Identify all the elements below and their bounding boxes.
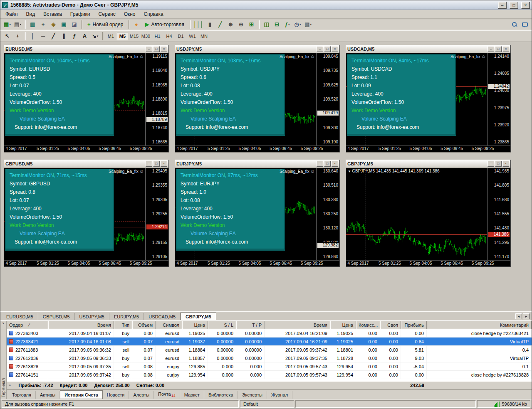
chart-close-button[interactable]: × <box>502 46 509 52</box>
chart-window-titlebar[interactable]: USDJPY,M5–□× <box>175 45 339 53</box>
chart-tab-usdcad[interactable]: USDCAD,M5 <box>144 313 181 320</box>
chart-window-titlebar[interactable]: GBPUSD,M5–□× <box>4 160 168 168</box>
chart-restore-button[interactable]: □ <box>324 161 331 167</box>
chat-icon[interactable] <box>520 20 530 29</box>
history-row-227613828[interactable]: 2276138282017.09.05 09:37:35sell0.08eurj… <box>7 362 532 371</box>
indicators-icon[interactable]: ƒ▾ <box>282 20 292 29</box>
chart-minimize-button[interactable]: – <box>487 46 494 52</box>
horizontal-line-icon[interactable]: ─ <box>38 32 48 41</box>
chart-window-titlebar[interactable]: GBPJPY,M5–□× <box>346 160 510 168</box>
menu-window[interactable]: Окно <box>120 10 140 18</box>
timeframe-d1-button[interactable]: D1 <box>175 32 186 40</box>
status-profile[interactable]: Default <box>240 400 294 408</box>
terminal-tab-alerts[interactable]: Алерты <box>129 391 154 399</box>
vertical-line-icon[interactable]: │ <box>28 32 37 41</box>
chart-plot-eurusd[interactable]: TerminalMonitor ON, 104ms, ~16msSymbol: … <box>4 53 145 145</box>
timeframe-m15-button[interactable]: M15 <box>129 32 140 40</box>
menu-help[interactable]: Справка <box>140 10 168 18</box>
new-order-button[interactable]: +Новый ордер <box>84 20 126 29</box>
terminal-tab-experts[interactable]: Эксперты <box>238 391 267 399</box>
zoom-in-icon[interactable]: ⊕ <box>226 20 235 29</box>
cursor-icon[interactable]: ↖ <box>2 32 12 41</box>
column-header-3[interactable]: Объем <box>132 321 156 329</box>
column-header-1[interactable]: Время <box>48 321 114 329</box>
chart-minimize-button[interactable]: – <box>317 46 323 52</box>
history-row-227614151[interactable]: 2276141512017.09.05 09:37:42buy0.08eurjp… <box>7 371 532 379</box>
search-icon[interactable] <box>510 20 519 29</box>
chart-close-button[interactable]: × <box>161 161 167 167</box>
bar-chart-icon[interactable]: │││ <box>193 20 204 29</box>
chart-window-titlebar[interactable]: EURUSD,M5–□× <box>4 45 168 53</box>
terminal-panel-icon[interactable]: ▣ <box>59 20 69 29</box>
chart-window-titlebar[interactable]: EURJPY,M5–□× <box>175 160 339 168</box>
terminal-tab-account-history[interactable]: История Счета <box>60 390 103 399</box>
profiles-icon[interactable]: ▤▾ <box>13 20 22 29</box>
chart-window-titlebar[interactable]: USDCAD,M5–□× <box>346 45 510 53</box>
chart-plot-gbpusd[interactable]: TerminalMonitor ON, 71ms, ~15msSymbol: G… <box>4 168 145 260</box>
price-chart-canvas[interactable] <box>346 168 487 260</box>
cascade-windows-icon[interactable]: ◫ <box>262 20 271 29</box>
column-header-5[interactable]: Цена <box>182 321 208 329</box>
tile-windows-icon[interactable]: ⊞ <box>247 20 256 29</box>
minimize-button[interactable]: – <box>498 2 507 9</box>
strategy-tester-icon[interactable]: ◪ <box>69 20 79 29</box>
terminal-tab-news[interactable]: Новости <box>103 391 129 399</box>
auto-trading-button[interactable]: ▶Авто-торговля <box>142 20 187 29</box>
chart-restore-button[interactable]: □ <box>495 161 502 167</box>
column-header-2[interactable]: Тип <box>114 321 132 329</box>
chart-close-button[interactable]: × <box>502 161 509 167</box>
menu-file[interactable]: Файл <box>1 10 22 18</box>
timeframe-m30-button[interactable]: M30 <box>140 32 151 40</box>
arrows-object-icon[interactable]: ↘▾ <box>90 32 100 41</box>
zoom-out-icon[interactable]: ⊖ <box>236 20 246 29</box>
menu-view[interactable]: Вид <box>22 10 40 18</box>
timeframe-mn-button[interactable]: MN <box>198 32 210 40</box>
periods-icon[interactable]: ◷▾ <box>293 20 302 29</box>
chart-tab-eurusd[interactable]: EURUSD,M5 <box>2 313 38 320</box>
terminal-tab-assets[interactable]: Активы <box>36 391 60 399</box>
candlestick-chart-icon[interactable]: ▮ <box>205 20 215 29</box>
menu-insert[interactable]: Вставка <box>39 10 66 18</box>
chart-restore-button[interactable]: □ <box>495 46 502 52</box>
new-chart-icon[interactable]: ▦▾ <box>2 20 12 29</box>
chart-minimize-button[interactable]: – <box>317 161 323 167</box>
column-header-11[interactable]: Своп <box>380 321 401 329</box>
chart-restore-button[interactable]: □ <box>153 161 160 167</box>
chart-tab-eurjpy[interactable]: EURJPY,M5 <box>109 313 144 320</box>
chart-minimize-button[interactable]: – <box>146 46 152 52</box>
fibonacci-icon[interactable]: ƒ <box>69 32 79 41</box>
column-header-12[interactable]: Прибыль <box>401 321 427 329</box>
chart-plot-usdjpy[interactable]: TerminalMonitor ON, 103ms, ~16msSymbol: … <box>175 53 316 145</box>
timeframe-h1-button[interactable]: H1 <box>152 32 163 40</box>
trendline-icon[interactable]: ╱ <box>49 32 58 41</box>
chart-restore-button[interactable]: □ <box>153 46 160 52</box>
terminal-close-icon[interactable]: × <box>2 321 4 325</box>
chart-plot-usdcad[interactable]: TerminalMonitor ON, 84ms, ~17msSymbol: U… <box>346 53 487 145</box>
equidistant-channel-icon[interactable]: ∥ <box>59 32 69 41</box>
templates-icon[interactable]: ▧▾ <box>303 20 313 29</box>
terminal-tab-mailbox[interactable]: Почта14 <box>154 390 180 399</box>
tab-scroll-right-icon[interactable]: ▸ <box>523 313 530 319</box>
tab-scroll-left-icon[interactable]: ◂ <box>515 313 522 319</box>
timeframe-h4-button[interactable]: H4 <box>163 32 175 40</box>
data-window-icon[interactable]: + <box>38 20 48 29</box>
chart-close-button[interactable]: × <box>161 46 167 52</box>
column-header-13[interactable]: Комментарий <box>427 321 532 329</box>
chart-restore-button[interactable]: □ <box>324 46 331 52</box>
chart-tab-gbpusd[interactable]: GBPUSD,M5 <box>38 313 75 320</box>
chart-tab-gbpjpy[interactable]: GBPJPY,M5 <box>181 312 216 320</box>
column-header-6[interactable]: S / L <box>208 321 236 329</box>
chart-minimize-button[interactable]: – <box>487 161 494 167</box>
history-row-227612036[interactable]: 2276120362017.09.05 09:36:33buy0.07eurus… <box>7 354 532 362</box>
line-chart-icon[interactable]: ╱ <box>215 20 225 29</box>
history-row-227611883[interactable]: 2276118832017.09.05 09:36:32sell0.07euru… <box>7 346 532 354</box>
terminal-tab-market[interactable]: Маркет <box>180 391 204 399</box>
navigator-icon[interactable]: ◈ <box>49 20 58 29</box>
tile-horizontal-icon[interactable]: ⊟ <box>272 20 282 29</box>
close-button[interactable]: × <box>521 2 530 9</box>
text-label-icon[interactable]: A <box>80 32 89 41</box>
terminal-tab-trade[interactable]: Торговля <box>8 391 36 399</box>
chart-plot-gbpjpy[interactable]: ▼ GBPJPY,M5 141.435 141.445 141.369 141.… <box>346 168 487 260</box>
timeframe-m5-button[interactable]: M5 <box>117 32 128 40</box>
vps-icon[interactable]: ● <box>131 20 141 29</box>
